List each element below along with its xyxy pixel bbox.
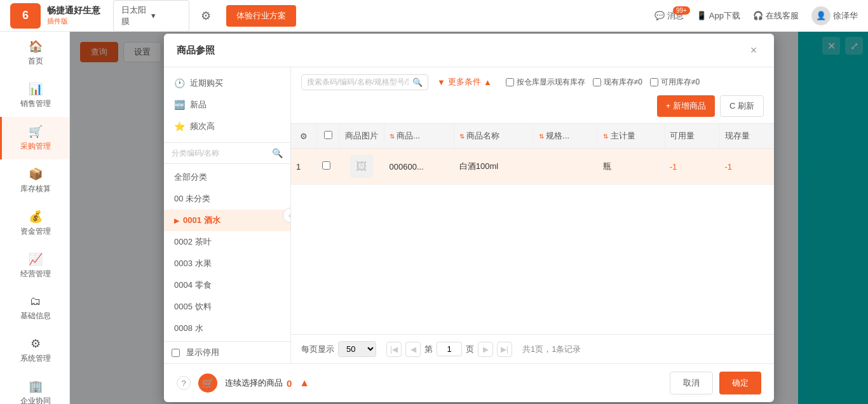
available-filter-label[interactable]: 现有库存≠0 <box>593 77 642 88</box>
usable-filter-checkbox[interactable] <box>650 78 658 86</box>
category-00-label: 00 未分类 <box>174 193 210 205</box>
right-panel: 🔍 ▼ 更多条件 ▲ 按仓库显示现有库存 <box>291 67 774 363</box>
row-checkbox[interactable] <box>316 149 339 185</box>
add-product-button[interactable]: + 新增商品 <box>657 95 715 117</box>
category-0003[interactable]: 0003 水果 <box>164 253 290 274</box>
new-icon: 🆕 <box>174 100 185 110</box>
sidebar-item-inventory[interactable]: 📦 库存核算 <box>0 159 69 202</box>
prev-page-button[interactable]: ◀ <box>405 342 421 357</box>
online-service-item[interactable]: 🎧 在线客服 <box>753 10 799 22</box>
last-page-button[interactable]: ▶| <box>497 342 512 357</box>
sidebar-item-enterprise[interactable]: 🏢 企业协同 <box>0 372 69 404</box>
category-0001[interactable]: ▶ 0001 酒水 <box>164 210 290 231</box>
category-0004-label: 0004 零食 <box>174 279 212 291</box>
messages-item[interactable]: 💬 消息 99+ <box>654 10 684 22</box>
next-page-button[interactable]: ▶ <box>478 342 493 357</box>
sidebar-item-operations[interactable]: 📈 经营管理 <box>0 245 69 287</box>
headset-icon: 🎧 <box>753 11 763 20</box>
th-name[interactable]: ⇅ 商品名称 <box>454 124 533 149</box>
sidebar-item-purchase[interactable]: 🛒 采购管理 <box>0 117 69 159</box>
category-0002[interactable]: 0002 茶叶 <box>164 231 290 253</box>
online-service-label: 在线客服 <box>766 10 799 22</box>
refresh-button[interactable]: C 刷新 <box>720 95 764 117</box>
enterprise-icon: 🏢 <box>29 379 43 393</box>
category-all[interactable]: 全部分类 <box>164 166 290 188</box>
page-number-input[interactable] <box>437 342 462 356</box>
row-select-checkbox[interactable] <box>322 161 330 170</box>
th-unit[interactable]: ⇅ 主计量 <box>598 124 665 149</box>
category-0008[interactable]: 0008 水 <box>164 318 290 339</box>
user-item[interactable]: 👤 徐泽华 <box>811 6 858 25</box>
display-inactive-checkbox[interactable] <box>172 349 180 357</box>
th-code[interactable]: ⇅ 商品... <box>384 124 454 149</box>
experience-btn[interactable]: 体验行业方案 <box>226 5 296 27</box>
th-spec[interactable]: ⇅ 规格... <box>533 124 597 149</box>
th-settings[interactable]: ⚙ <box>291 124 316 149</box>
category-0005[interactable]: 0005 饮料 <box>164 296 290 318</box>
toolbar: 🔍 ▼ 更多条件 ▲ 按仓库显示现有库存 <box>291 67 774 124</box>
tab-frequent-label: 频次高 <box>190 121 215 132</box>
main-layout: 🏠 首页 📊 销售管理 🛒 采购管理 📦 库存核算 💰 资金管理 📈 经营管理 … <box>0 32 868 404</box>
tab-recent-purchase[interactable]: 🕐 近期购买 <box>164 72 290 94</box>
tab-new-items[interactable]: 🆕 新品 <box>164 94 290 116</box>
store-dropdown[interactable]: 日太阳膜 ▾ <box>113 0 189 32</box>
home-icon: 🏠 <box>29 39 43 53</box>
row-code: 000600... <box>384 149 454 185</box>
sidebar-label-sales: 销售管理 <box>20 98 51 109</box>
filter-chevron-icon: ▲ <box>484 77 492 87</box>
sort-icon: ⇅ <box>390 133 395 140</box>
product-search-input[interactable] <box>307 77 409 86</box>
row-available: -1 <box>664 149 719 185</box>
row-spec <box>533 149 597 185</box>
sidebar-item-system[interactable]: ⚙ 系统管理 <box>0 329 69 372</box>
filter-button[interactable]: ▼ 更多条件 ▲ <box>433 74 496 90</box>
filter-icon: ▼ <box>437 77 445 87</box>
settings-icon[interactable]: ⚙ <box>196 6 216 26</box>
category-search-icon[interactable]: 🔍 <box>272 148 283 158</box>
sidebar-item-finance[interactable]: 💰 资金管理 <box>0 202 69 245</box>
modal-title: 商品参照 <box>177 44 215 57</box>
sidebar-item-home[interactable]: 🏠 首页 <box>0 32 69 74</box>
category-search: 🔍 <box>164 143 290 164</box>
warehouse-filter-checkbox[interactable] <box>506 78 514 86</box>
sidebar-label-purchase: 采购管理 <box>20 141 51 152</box>
page-size-dropdown[interactable]: 50 100 200 <box>338 341 376 357</box>
page-size-select: 每页显示 50 100 200 <box>301 341 376 357</box>
product-image-placeholder: 🖼 <box>350 155 373 178</box>
confirm-button[interactable]: 确定 <box>719 372 761 394</box>
filter-checkboxes: 按仓库显示现有库存 现有库存≠0 可用库存≠0 <box>506 77 700 88</box>
category-search-input[interactable] <box>172 149 268 158</box>
cancel-button[interactable]: 取消 <box>670 372 713 394</box>
category-00[interactable]: 00 未分类 <box>164 188 290 210</box>
row-stock: -1 <box>719 149 774 185</box>
help-button[interactable]: ? <box>177 376 191 390</box>
app-download-item[interactable]: 📱 App下载 <box>696 10 740 22</box>
filter-label: 更多条件 <box>448 76 481 88</box>
category-0001-label: 0001 酒水 <box>183 215 220 226</box>
sidebar-item-sales[interactable]: 📊 销售管理 <box>0 74 69 117</box>
inventory-icon: 📦 <box>29 167 43 181</box>
category-0003-label: 0003 水果 <box>174 258 212 269</box>
first-page-button[interactable]: |◀ <box>386 342 402 357</box>
usable-filter-label[interactable]: 可用库存≠0 <box>650 77 700 88</box>
search-icon[interactable]: 🔍 <box>412 77 423 87</box>
product-table-wrap: ⚙ 商品图片 ⇅ <box>291 124 774 334</box>
footer-collapse-button[interactable]: ▲ <box>299 377 309 389</box>
category-0004[interactable]: 0004 零食 <box>164 274 290 296</box>
warehouse-filter-label[interactable]: 按仓库显示现有库存 <box>506 77 585 88</box>
select-all-checkbox[interactable] <box>324 131 332 139</box>
modal-body: 🕐 近期购买 🆕 新品 ⭐ 频次高 <box>164 67 774 363</box>
tab-frequent[interactable]: ⭐ 频次高 <box>164 116 290 137</box>
available-filter-checkbox[interactable] <box>593 78 601 86</box>
th-available: 可用量 <box>664 124 719 149</box>
modal-close-button[interactable]: × <box>746 43 761 58</box>
page-total-label: 共1页，1条记录 <box>522 344 581 355</box>
table-row[interactable]: 1 🖼 000600... 白酒100ml <box>291 149 774 185</box>
sidebar-item-basic[interactable]: 🗂 基础信息 <box>0 287 69 329</box>
cart-button[interactable]: 🛒 <box>198 374 217 393</box>
basic-icon: 🗂 <box>30 295 41 308</box>
avatar: 👤 <box>811 6 831 25</box>
row-unit: 瓶 <box>598 149 665 185</box>
page-nav: |◀ ◀ 第 页 ▶ ▶| <box>386 342 512 357</box>
toolbar-right: + 新增商品 C 刷新 <box>657 95 764 117</box>
